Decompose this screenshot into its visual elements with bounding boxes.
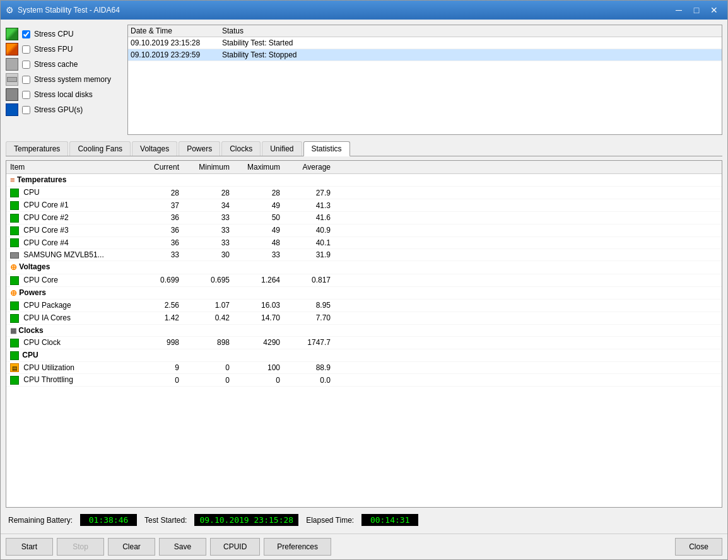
start-button[interactable]: Start (6, 538, 53, 556)
item-cpu-clock: CPU Clock (6, 336, 132, 349)
window-title: System Stability Test - AIDA64 (18, 6, 120, 15)
minimize-button[interactable]: ─ (671, 4, 687, 16)
clock-section-icon: ▦ (10, 327, 16, 334)
stress-gpu-checkbox[interactable] (22, 106, 30, 114)
tab-cooling-fans[interactable]: Cooling Fans (69, 141, 131, 156)
remaining-battery-value: 01:38:46 (80, 514, 137, 526)
log-header-date: Date & Time (131, 26, 222, 35)
app-icon: ⚙ (6, 5, 14, 15)
elapsed-time-value: 00:14:31 (361, 514, 418, 526)
table-row: ▤ CPU Utilization 9 0 100 88.9 (6, 361, 722, 374)
close-button[interactable]: Close (675, 538, 722, 556)
table-row: SAMSUNG MZVLB51... 33 30 33 31.9 (6, 249, 722, 261)
cpu-temp-avg: 27.9 (284, 187, 334, 199)
log-status-2: Stability Test: Stopped (222, 50, 719, 59)
stress-fpu-checkbox[interactable] (22, 45, 30, 54)
item-cpu-throttling: CPU Throttling (6, 374, 132, 387)
col-header-item: Item (6, 161, 132, 174)
stress-gpu-label: Stress GPU(s) (34, 105, 83, 114)
item-cpu-core-volt: CPU Core (6, 274, 132, 286)
tab-temperatures[interactable]: Temperatures (6, 141, 68, 156)
remaining-battery-label: Remaining Battery: (8, 516, 73, 525)
table-row: CPU Core #3 36 33 49 40.9 (6, 224, 722, 236)
section-voltages: ⊕ Voltages (6, 261, 722, 274)
preferences-button[interactable]: Preferences (264, 538, 331, 556)
stress-cpu-icon (6, 28, 18, 40)
stress-disk-label: Stress local disks (34, 90, 93, 99)
item-cpu-core3: CPU Core #3 (6, 224, 132, 236)
section-clocks: ▦ Clocks (6, 324, 722, 336)
cpuid-button[interactable]: CPUID (210, 538, 260, 556)
cpu-core3-icon (10, 226, 19, 235)
log-table-header: Date & Time Status (128, 25, 722, 37)
cpu-core1-icon (10, 201, 19, 210)
stop-button[interactable]: Stop (57, 538, 104, 556)
volt-section-icon: ⊕ (10, 263, 17, 272)
title-bar-buttons: ─ □ ✕ (671, 4, 722, 16)
item-samsung: SAMSUNG MZVLB51... (6, 249, 132, 261)
table-row: CPU Core #2 36 33 50 41.6 (6, 211, 722, 224)
log-header-status: Status (222, 26, 719, 35)
main-content: Stress CPU Stress FPU Stress cache (1, 20, 727, 534)
tab-clocks[interactable]: Clocks (221, 141, 261, 156)
power-section-icon: ⊕ (10, 288, 17, 298)
stress-fpu-icon (6, 43, 18, 55)
tab-voltages[interactable]: Voltages (132, 141, 177, 156)
item-cpu-utilization: ▤ CPU Utilization (6, 361, 132, 374)
table-row: CPU 28 28 28 27.9 (6, 187, 722, 199)
stress-sysmem-checkbox[interactable] (22, 76, 30, 84)
item-cpu-core4: CPU Core #4 (6, 236, 132, 249)
stress-gpu-icon (6, 103, 18, 116)
close-window-button[interactable]: ✕ (706, 4, 722, 16)
section-temperatures-label: ≡ Temperatures (6, 174, 722, 187)
title-bar-left: ⚙ System Stability Test - AIDA64 (6, 5, 120, 15)
cpu-temp-current: 28 (132, 187, 183, 199)
clear-button[interactable]: Clear (108, 538, 155, 556)
cpu-section-icon (10, 351, 19, 360)
table-row: CPU Core #1 37 34 49 41.3 (6, 199, 722, 212)
tab-powers[interactable]: Powers (179, 141, 220, 156)
tab-unified[interactable]: Unified (262, 141, 302, 156)
save-button[interactable]: Save (159, 538, 206, 556)
tab-bar: Temperatures Cooling Fans Voltages Power… (6, 141, 722, 156)
stress-options: Stress CPU Stress FPU Stress cache (6, 25, 122, 135)
stress-disk-checkbox[interactable] (22, 91, 30, 99)
statistics-table: Item Current Minimum Maximum Average ≡ T… (6, 161, 722, 387)
stress-sysmem-label: Stress system memory (34, 75, 111, 84)
cpu-ia-cores-icon (10, 314, 19, 323)
table-row: CPU Clock 998 898 4290 1747.7 (6, 336, 722, 349)
col-header-extra (334, 161, 722, 174)
col-header-current: Current (132, 161, 183, 174)
stress-cpu-label: Stress CPU (34, 30, 74, 38)
test-started-label: Test Started: (144, 516, 187, 525)
stress-cache-item: Stress cache (6, 57, 122, 71)
item-cpu-core1: CPU Core #1 (6, 199, 132, 212)
item-cpu-temp: CPU (6, 187, 132, 199)
stress-sysmem-item: Stress system memory (6, 73, 122, 86)
maximize-button[interactable]: □ (688, 4, 705, 16)
section-powers: ⊕ Powers (6, 286, 722, 299)
samsung-disk-icon (10, 252, 19, 259)
cpu-temp-icon (10, 189, 19, 197)
temp-section-icon: ≡ (10, 175, 15, 185)
cpu-temp-max: 28 (233, 187, 284, 199)
section-temperatures: ≡ Temperatures (6, 174, 722, 187)
stress-cache-label: Stress cache (34, 60, 78, 69)
tab-statistics[interactable]: Statistics (303, 141, 350, 156)
table-row: CPU Core #4 36 33 48 40.1 (6, 236, 722, 249)
section-cpu: CPU (6, 349, 722, 361)
table-row: CPU Core 0.699 0.695 1.264 0.817 (6, 274, 722, 286)
log-row-2[interactable]: 09.10.2019 23:29:59 Stability Test: Stop… (128, 49, 722, 61)
stress-disk-item: Stress local disks (6, 88, 122, 102)
stress-fpu-item: Stress FPU (6, 42, 122, 56)
col-header-average: Average (284, 161, 334, 174)
statistics-table-container: Item Current Minimum Maximum Average ≡ T… (6, 160, 722, 508)
log-row-1[interactable]: 09.10.2019 23:15:28 Stability Test: Star… (128, 37, 722, 49)
stress-cpu-item: Stress CPU (6, 27, 122, 41)
stress-cpu-checkbox[interactable] (22, 30, 30, 38)
cpu-throttle-icon (10, 376, 19, 385)
cpu-temp-min: 28 (183, 187, 233, 199)
cpu-clock-icon (10, 339, 19, 347)
stress-cache-icon (6, 58, 18, 71)
stress-cache-checkbox[interactable] (22, 61, 30, 69)
